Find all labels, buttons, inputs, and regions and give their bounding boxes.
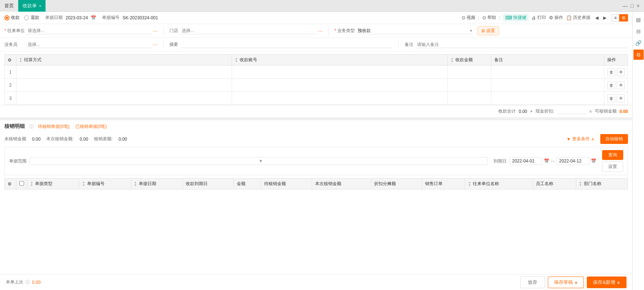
col-account: ▲▼ 收款账号 <box>232 55 447 66</box>
filter-actions: 查询 设置 <box>602 150 623 172</box>
select-all-checkbox[interactable] <box>19 181 24 186</box>
settings-button[interactable]: ⚙ 设置 <box>477 26 499 35</box>
help-btn[interactable]: ⊙ 帮助 <box>482 15 496 21</box>
cell-settlement-2[interactable] <box>16 79 232 92</box>
staff-more-icon[interactable]: ··· <box>153 42 157 47</box>
counterpart-field: 往来单位 ··· <box>4 27 157 34</box>
counterpart-more-icon[interactable]: ··· <box>153 28 157 34</box>
operation-btn[interactable]: ⚙ 操作 <box>549 15 563 21</box>
store-input[interactable] <box>180 27 317 34</box>
calendar-from-icon[interactable]: 📅 <box>544 158 549 164</box>
cash-discount-input[interactable] <box>557 109 586 114</box>
cell-amount-3[interactable] <box>447 92 491 105</box>
bottom-actions: 放弃 保存草稿 ▲ 保存&新增 ▲ <box>520 277 627 288</box>
top-toolbar: 收款 退款 单据日期 2023-03-24 📅 单据编号 SK-20230324… <box>0 12 632 24</box>
operation-icon: ⚙ <box>549 15 553 20</box>
range-select[interactable]: ▼ <box>30 157 488 165</box>
tab-receipt[interactable]: 收款单 × <box>18 0 46 12</box>
staff-field: 业务员 ··· <box>4 41 157 48</box>
nav-prev-btn[interactable]: ◀ <box>593 14 601 21</box>
col-amount: 金额 <box>234 179 261 189</box>
cell-settlement-1[interactable] <box>16 66 232 79</box>
radio-receipt[interactable]: 收款 <box>4 15 20 21</box>
cell-account-3[interactable] <box>232 92 447 105</box>
pending-tab[interactable]: 待核销单据(0笔) <box>38 124 70 130</box>
cell-amount-1[interactable] <box>447 66 491 79</box>
radio-refund[interactable]: 退款 <box>24 15 39 21</box>
sidebar-table-icon[interactable]: ▤ <box>633 15 644 25</box>
table-row: 1 🗑 ⊕ <box>5 66 628 79</box>
tab-home[interactable]: 首页 <box>0 0 18 12</box>
query-button[interactable]: 查询 <box>602 150 623 160</box>
save-draft-button[interactable]: 保存草稿 ▲ <box>548 277 584 288</box>
nav-next-btn[interactable]: ▶ <box>601 14 609 21</box>
verify-header: 核销明细 ⓘ 待核销单据(0笔) 已核销单据(0笔) <box>4 123 628 130</box>
receipt-table-section: ⚙ ▲▼ 结算方式 ▲▼ 收款账号 ▲▼ 收款金额 <box>0 51 632 105</box>
filter-setting-button[interactable]: 设置 <box>602 161 623 172</box>
due-date-to-input[interactable] <box>557 157 589 165</box>
cell-remarks-2[interactable] <box>491 79 604 92</box>
more-conditions-btn[interactable]: ▼ 更多条件 ∧ <box>566 136 594 142</box>
abandon-button[interactable]: 放弃 <box>520 277 545 288</box>
maximize-icon[interactable]: □ <box>631 3 633 9</box>
bottom-table-section: ⚙ ▲▼ 单据类型 ▲▼ 单据编号 ▲▼ <box>4 178 628 189</box>
due-date-field: 到期日 📅 — 📅 <box>494 157 596 165</box>
cell-account-1[interactable] <box>232 66 447 79</box>
copy-row-1-icon[interactable]: ⊕ <box>617 68 625 76</box>
summary-input[interactable] <box>180 41 393 48</box>
cell-amount-2[interactable] <box>447 79 491 92</box>
tab-close-icon[interactable]: × <box>39 4 41 8</box>
calendar-to-icon[interactable]: 📅 <box>591 158 596 164</box>
biz-type-select[interactable]: ▼ <box>356 27 473 34</box>
col-current: 本次核销金额 <box>312 179 371 189</box>
col-gear-2[interactable]: ⚙ <box>5 179 16 189</box>
cell-remarks-3[interactable] <box>491 92 604 105</box>
delete-row-1-icon[interactable]: 🗑 <box>607 68 615 76</box>
col-checkbox[interactable] <box>16 179 27 189</box>
copy-row-2-icon[interactable]: ⊕ <box>617 81 625 89</box>
gear-icon: ⚙ <box>481 28 485 34</box>
copy-row-3-icon[interactable]: ⊕ <box>617 94 625 102</box>
view-list-btn[interactable]: ≡ <box>612 14 619 21</box>
remarks-field: 备注 <box>405 41 628 48</box>
remarks-input[interactable] <box>416 41 628 48</box>
view-form-btn[interactable]: ⊞ <box>619 14 628 21</box>
toolbar-actions: ⊙ 视频 | ⊙ 帮助 | ⌨ 快捷键 🖨 打印 ⚙ <box>462 14 628 21</box>
radio-receipt-circle <box>4 15 9 20</box>
bottom-info-icon[interactable]: ⓘ <box>25 279 30 285</box>
store-field: 门店 ··· <box>169 27 322 34</box>
cell-remarks-1[interactable] <box>491 66 604 79</box>
doc-number-field: 单据编号 SK-20230324-001 <box>102 15 158 21</box>
staff-input[interactable] <box>26 41 152 48</box>
bottom-doc-info: 本单上次 ⓘ 0.00 <box>6 279 40 285</box>
close-icon[interactable]: × <box>637 3 640 9</box>
save-new-button[interactable]: 保存&新增 ▲ <box>587 277 627 288</box>
col-doc-date: ▲▼ 单据日期 <box>131 179 182 189</box>
print-btn[interactable]: 🖨 打印 <box>531 15 546 21</box>
col-gear[interactable]: ⚙ <box>5 55 16 66</box>
biz-type-input[interactable] <box>356 27 469 34</box>
shortcut-btn[interactable]: ⌨ 快捷键 <box>503 14 529 21</box>
history-btn[interactable]: 📋 历史单据 <box>566 15 590 21</box>
cell-settlement-3[interactable] <box>16 92 232 105</box>
delete-row-2-icon[interactable]: 🗑 <box>607 81 615 89</box>
store-more-icon[interactable]: ··· <box>318 28 322 34</box>
due-date-from-input[interactable] <box>510 157 542 165</box>
calendar-icon[interactable]: 📅 <box>91 15 96 20</box>
sidebar-link-icon[interactable]: 🔗 <box>633 38 644 48</box>
form-row-2: 业务员 ··· 摘要 备注 <box>0 38 632 51</box>
sidebar-expand-icon[interactable]: ⧉ <box>633 50 644 60</box>
form-row-1: 往来单位 ··· 门店 ··· 业务类型 ▼ ⚙ 设 <box>0 24 632 38</box>
counterpart-input[interactable] <box>26 27 152 34</box>
sidebar-list-icon[interactable]: ⊟ <box>633 26 644 36</box>
cell-account-2[interactable] <box>232 79 447 92</box>
verify-info-icon[interactable]: ⓘ <box>29 124 34 130</box>
video-btn[interactable]: ⊙ 视频 <box>462 15 475 21</box>
auto-verify-button[interactable]: 自动核销 <box>600 134 628 144</box>
done-tab[interactable]: 已核销单据(0笔) <box>75 124 107 130</box>
print-icon: 🖨 <box>531 15 536 20</box>
chevron-up-icon: ∧ <box>591 137 594 142</box>
biz-type-arrow-icon[interactable]: ▼ <box>469 29 473 33</box>
delete-row-3-icon[interactable]: 🗑 <box>607 94 615 102</box>
minimize-icon[interactable]: — <box>623 3 628 9</box>
